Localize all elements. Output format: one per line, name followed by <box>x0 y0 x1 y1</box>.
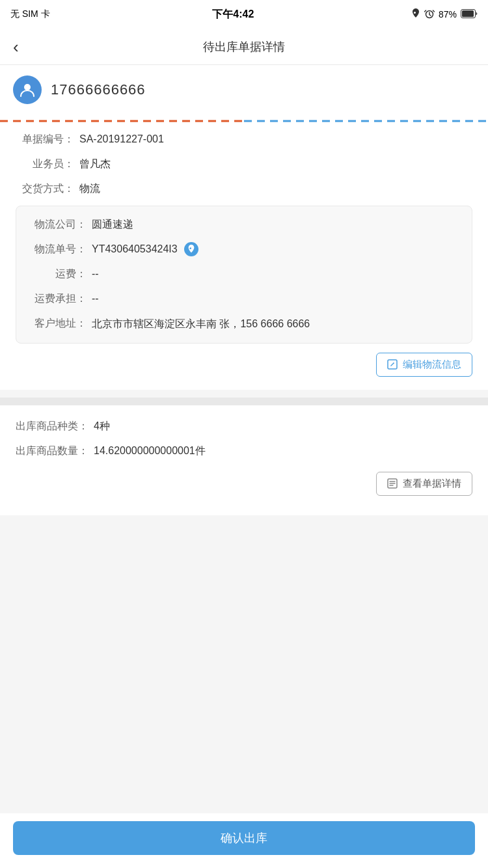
dashed-divider <box>0 115 488 118</box>
view-detail-btn-row: 查看单据详情 <box>16 472 472 502</box>
battery-icon <box>461 9 478 20</box>
salesperson-row: 业务员： 曾凡杰 <box>16 156 472 172</box>
logistics-card: 物流公司： 圆通速递 物流单号： YT43064053424I3 运费： -- … <box>16 206 472 344</box>
nav-bar: ‹ 待出库单据详情 <box>0 29 488 65</box>
freight-bearer-label: 运费承担： <box>28 291 87 306</box>
bottom-spacer <box>0 515 488 645</box>
view-detail-label: 查看单据详情 <box>403 478 461 490</box>
goods-quantity-value: 14.620000000000001件 <box>94 443 472 459</box>
goods-quantity-row: 出库商品数量： 14.620000000000001件 <box>16 443 472 459</box>
tracking-number-label: 物流单号： <box>28 241 87 257</box>
logistics-company-value: 圆通速递 <box>92 217 460 232</box>
salesperson-label: 业务员： <box>16 156 74 172</box>
avatar <box>13 75 42 104</box>
freight-value: -- <box>92 266 460 282</box>
svg-point-3 <box>24 84 31 90</box>
status-time: 下午4:42 <box>212 8 254 21</box>
view-detail-button[interactable]: 查看单据详情 <box>376 472 472 496</box>
freight-label: 运费： <box>28 266 87 282</box>
logistics-company-label: 物流公司： <box>28 217 87 232</box>
confirm-button[interactable]: 确认出库 <box>13 821 475 855</box>
edit-btn-row: 编辑物流信息 <box>16 353 472 377</box>
goods-section: 出库商品种类： 4种 出库商品数量： 14.620000000000001件 查… <box>0 405 488 515</box>
tracking-location-icon[interactable] <box>184 242 198 256</box>
freight-row: 运费： -- <box>28 266 460 282</box>
delivery-method-row: 交货方式： 物流 <box>16 181 472 197</box>
logistics-company-row: 物流公司： 圆通速递 <box>28 217 460 232</box>
edit-logistics-button[interactable]: 编辑物流信息 <box>376 353 472 377</box>
freight-bearer-row: 运费承担： -- <box>28 291 460 306</box>
status-left: 无 SIM 卡 <box>10 8 55 20</box>
confirm-btn-bar: 确认出库 <box>0 813 488 868</box>
document-number-label: 单据编号： <box>16 131 74 147</box>
tracking-number-row: 物流单号： YT43064053424I3 <box>28 241 460 257</box>
delivery-method-label: 交货方式： <box>16 181 74 197</box>
customer-header: 17666666666 <box>0 65 488 115</box>
confirm-button-label: 确认出库 <box>221 830 267 846</box>
goods-quantity-label: 出库商品数量： <box>16 443 88 459</box>
address-row: 客户地址： 北京市市辖区海淀区永丰南 张，156 6666 6666 <box>28 316 460 332</box>
svg-rect-2 <box>462 10 474 17</box>
delivery-method-value: 物流 <box>79 181 472 197</box>
section-divider <box>0 398 488 405</box>
location-status-icon <box>411 8 420 21</box>
salesperson-value: 曾凡杰 <box>79 156 472 172</box>
document-number-row: 单据编号： SA-20191227-001 <box>16 131 472 147</box>
tracking-number-value: YT43064053424I3 <box>92 241 460 257</box>
customer-phone: 17666666666 <box>51 81 146 98</box>
freight-bearer-value: -- <box>92 291 460 306</box>
goods-types-value: 4种 <box>94 418 472 434</box>
address-label: 客户地址： <box>28 316 87 331</box>
edit-logistics-label: 编辑物流信息 <box>403 359 461 371</box>
goods-types-label: 出库商品种类： <box>16 418 88 434</box>
goods-types-row: 出库商品种类： 4种 <box>16 418 472 434</box>
status-right: 87% <box>411 8 478 21</box>
order-info-section: 单据编号： SA-20191227-001 业务员： 曾凡杰 交货方式： 物流 … <box>0 118 488 390</box>
battery-percent: 87% <box>439 9 457 20</box>
status-bar: 无 SIM 卡 下午4:42 87% <box>0 0 488 29</box>
back-button[interactable]: ‹ <box>13 38 19 55</box>
document-number-value: SA-20191227-001 <box>79 131 472 147</box>
address-value: 北京市市辖区海淀区永丰南 张，156 6666 6666 <box>92 316 460 332</box>
sim-label: 无 SIM 卡 <box>10 8 50 20</box>
page-title: 待出库单据详情 <box>203 39 285 55</box>
alarm-status-icon <box>424 8 435 21</box>
